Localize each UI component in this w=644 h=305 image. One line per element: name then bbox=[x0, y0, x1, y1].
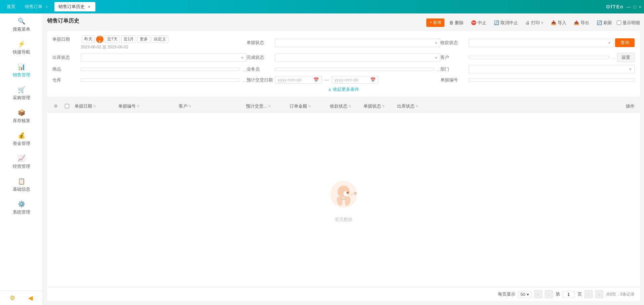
salesperson-input[interactable] bbox=[275, 68, 434, 71]
query-button[interactable]: 查询 bbox=[615, 38, 635, 47]
print-button[interactable]: 🖨 打印 ▾ bbox=[523, 18, 546, 27]
delete-label: 删除 bbox=[455, 20, 464, 26]
next-page-button[interactable]: › bbox=[585, 290, 593, 298]
refresh-button[interactable]: 🔃 刷新 bbox=[594, 18, 615, 27]
tab-sales-order-label: 销售订单 bbox=[25, 4, 42, 10]
inventory-icon: 📦 bbox=[18, 109, 25, 116]
date-btn-1month[interactable]: 近1月 bbox=[121, 35, 136, 43]
column-settings-button[interactable]: ⚙ bbox=[50, 104, 62, 109]
export-button[interactable]: 📤 导出 bbox=[571, 18, 592, 27]
last-page-button[interactable]: » bbox=[595, 290, 603, 298]
date-btn-yesterday[interactable]: 昨天 bbox=[82, 35, 95, 43]
add-button[interactable]: + 新增 bbox=[426, 18, 444, 27]
window-close[interactable]: × bbox=[639, 4, 641, 9]
sidebar-item-purchase-label: 采购管理 bbox=[13, 95, 30, 101]
sort-delivery-icon: ⇅ bbox=[268, 104, 271, 108]
print-dropdown-icon[interactable]: ▾ bbox=[541, 20, 544, 25]
page-size-label: 每页显示 bbox=[498, 291, 515, 297]
date-btn-more[interactable]: 更多 bbox=[137, 35, 150, 43]
select-all-checkbox[interactable] bbox=[65, 104, 69, 108]
bill-no-input[interactable] bbox=[469, 78, 635, 82]
collapse-sidebar-icon[interactable]: ◀ bbox=[28, 294, 33, 302]
warehouse-input[interactable] bbox=[81, 78, 240, 82]
display-dense-toggle[interactable]: 显示明细 bbox=[617, 20, 640, 26]
sidebar-item-sales[interactable]: 📊 销售管理 bbox=[0, 59, 43, 82]
warehouse-dots[interactable]: ... bbox=[243, 77, 247, 83]
page-title: 销售订单历史 bbox=[47, 17, 79, 25]
delivery-date-from[interactable]: yyyy-mm-dd 📅 bbox=[275, 76, 322, 84]
sidebar-item-system[interactable]: ⚙️ 系统管理 bbox=[0, 196, 43, 219]
product-input[interactable] bbox=[81, 68, 240, 71]
complete-status-select[interactable]: ▾ bbox=[275, 53, 441, 62]
th-amount-label: 订单金额 bbox=[290, 103, 307, 109]
current-page-input[interactable] bbox=[563, 291, 575, 298]
sidebar-item-search[interactable]: 🔍 搜索菜单 bbox=[0, 13, 43, 36]
cancel-stop-label: 取消中止 bbox=[501, 20, 518, 26]
import-button[interactable]: 📥 导入 bbox=[548, 18, 569, 27]
delivery-date-from-text: yyyy-mm-dd bbox=[278, 77, 302, 82]
tab-sales-order-close[interactable]: × bbox=[44, 4, 49, 9]
empty-text: 暂无数据 bbox=[335, 217, 352, 223]
salesperson-dots[interactable]: ... bbox=[437, 67, 441, 72]
th-no-label: 单据编号 bbox=[118, 103, 136, 109]
date-btn-custom[interactable]: 自定义 bbox=[152, 35, 168, 43]
collapse-more-conditions[interactable]: ∧ 收起更多条件 bbox=[52, 86, 635, 92]
tab-sales-order-history-close[interactable]: × bbox=[87, 4, 91, 9]
th-pay-status[interactable]: 收款状态 ⇅ bbox=[327, 103, 361, 109]
sidebar-item-basic-info[interactable]: 📋 基础信息 bbox=[0, 174, 43, 196]
page-size-select[interactable]: 50 ▾ bbox=[518, 291, 531, 298]
th-delivery[interactable]: 预计交货... ⇅ bbox=[243, 103, 287, 109]
page-size-dropdown-icon: ▾ bbox=[527, 292, 529, 297]
select-all-checkbox-cell bbox=[62, 104, 72, 108]
sort-customer-icon: ⇅ bbox=[188, 104, 191, 108]
pay-status-select[interactable]: ▾ bbox=[469, 39, 614, 47]
sidebar-item-purchase[interactable]: 🛒 采购管理 bbox=[0, 82, 43, 105]
settings-bottom-icon[interactable]: ⚙ bbox=[10, 294, 15, 302]
product-dots[interactable]: ... bbox=[243, 67, 247, 72]
cancel-stop-button[interactable]: 🔄 取消中止 bbox=[491, 18, 521, 27]
delivery-date-to[interactable]: yyyy-mm-dd 📅 bbox=[332, 76, 379, 84]
first-page-button[interactable]: « bbox=[534, 290, 542, 298]
warehouse-status-select[interactable]: ▾ bbox=[81, 53, 247, 62]
th-bill-status[interactable]: 单据状态 ⇅ bbox=[361, 103, 394, 109]
date-btn-7days[interactable]: 近7天 bbox=[105, 35, 120, 43]
filter-row-2: 出库状态 ▾ 完成状态 ▾ 客户 ... bbox=[52, 53, 635, 62]
window-minimize[interactable]: — bbox=[627, 4, 631, 9]
department-select[interactable]: ▾ bbox=[469, 65, 635, 73]
window-controls: OfTEn — □ × bbox=[606, 4, 641, 9]
th-customer[interactable]: 客户 ⇅ bbox=[176, 103, 243, 109]
sidebar-item-operations[interactable]: 📈 经营管理 bbox=[0, 151, 43, 174]
chevron-up-icon: ∧ bbox=[328, 87, 332, 92]
th-no[interactable]: 单据编号 ⇅ bbox=[116, 103, 176, 109]
delivery-date-to-text: yyyy-mm-dd bbox=[335, 77, 358, 82]
sidebar-item-finance[interactable]: 💰 资金管理 bbox=[0, 128, 43, 151]
customer-dots[interactable]: ... bbox=[612, 55, 616, 60]
display-dense-checkbox[interactable] bbox=[617, 21, 621, 25]
sidebar-item-quick-nav[interactable]: ⚡ 快捷导航 bbox=[0, 36, 43, 59]
status-dropdown-icon: ▾ bbox=[435, 40, 437, 45]
tab-sales-order[interactable]: 销售订单 × bbox=[21, 2, 53, 11]
tab-sales-order-history[interactable]: 销售订单历史 × bbox=[54, 2, 95, 11]
filter-row-1: 单据日期 昨天 今天 近7天 近1月 更多 自定义 2023-06-02 至 2… bbox=[52, 35, 635, 50]
tab-home[interactable]: 首页 bbox=[3, 2, 19, 11]
delete-button[interactable]: 🗑 删除 bbox=[446, 18, 466, 27]
sort-amount-icon: ⇅ bbox=[308, 104, 311, 108]
sidebar-item-inventory[interactable]: 📦 库存核算 bbox=[0, 105, 43, 128]
refresh-icon: 🔃 bbox=[597, 20, 602, 25]
settings-button[interactable]: 设置 bbox=[617, 53, 635, 62]
date-btn-today[interactable]: 今天 bbox=[96, 36, 103, 43]
window-maximize[interactable]: □ bbox=[634, 4, 636, 9]
page-size-value: 50 bbox=[520, 292, 525, 297]
stop-label: 中止 bbox=[478, 20, 486, 26]
customer-input[interactable] bbox=[469, 56, 609, 59]
status-select[interactable]: ▾ bbox=[275, 39, 441, 47]
export-label: 导出 bbox=[581, 20, 589, 26]
filter-row-3: 商品 ... 业务员 ... 部门 ▾ bbox=[52, 65, 635, 73]
th-amount[interactable]: 订单金额 ⇅ bbox=[287, 103, 327, 109]
th-warehouse-status[interactable]: 出库状态 ⇅ bbox=[394, 103, 428, 109]
prev-page-button[interactable]: ‹ bbox=[545, 290, 553, 298]
th-date[interactable]: 单据日期 ⇅ bbox=[72, 103, 116, 109]
filter-row-4: 仓库 ... 预计交货日期 yyyy-mm-dd 📅 — yyyy-mm-dd … bbox=[52, 76, 635, 84]
customer-label: 客户 bbox=[440, 54, 467, 61]
stop-button[interactable]: ⛔ 中止 bbox=[468, 18, 489, 27]
